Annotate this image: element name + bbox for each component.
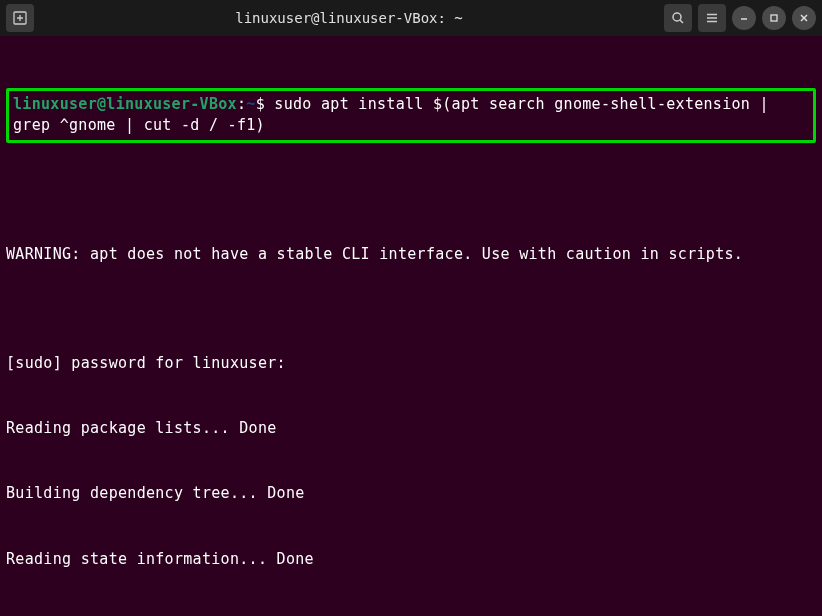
- output-line: Building dependency tree... Done: [6, 483, 816, 505]
- new-tab-button[interactable]: [6, 4, 34, 32]
- output-line: WARNING: apt does not have a stable CLI …: [6, 244, 816, 266]
- prompt-path: ~: [246, 95, 255, 113]
- maximize-button[interactable]: [762, 6, 786, 30]
- window-title: linuxuser@linuxuser-VBox: ~: [34, 10, 664, 26]
- prompt-symbol: $: [256, 95, 265, 113]
- output-line: Reading package lists... Done: [6, 418, 816, 440]
- minimize-button[interactable]: [732, 6, 756, 30]
- svg-point-1: [673, 13, 681, 21]
- close-button[interactable]: [792, 6, 816, 30]
- output-line: [sudo] password for linuxuser:: [6, 353, 816, 375]
- highlighted-command: linuxuser@linuxuser-VBox:~$ sudo apt ins…: [6, 88, 816, 144]
- svg-line-2: [680, 20, 683, 23]
- terminal-area[interactable]: linuxuser@linuxuser-VBox:~$ sudo apt ins…: [0, 36, 822, 616]
- search-button[interactable]: [664, 4, 692, 32]
- svg-rect-7: [771, 15, 777, 21]
- titlebar: linuxuser@linuxuser-VBox: ~: [0, 0, 822, 36]
- output-line: Reading state information... Done: [6, 549, 816, 571]
- prompt-user-host: linuxuser@linuxuser-VBox: [13, 95, 237, 113]
- menu-button[interactable]: [698, 4, 726, 32]
